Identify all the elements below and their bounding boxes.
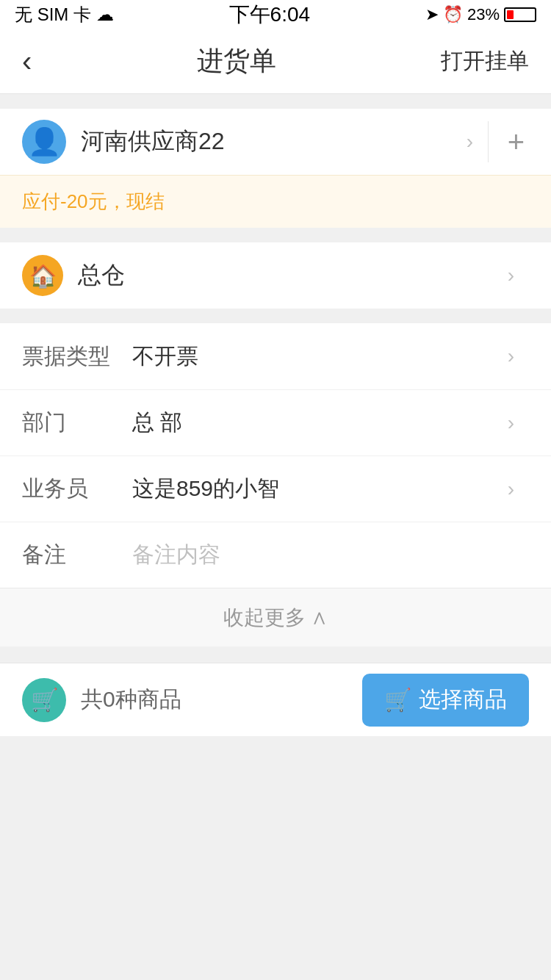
battery-icon [504, 7, 536, 22]
avatar-icon: 👤 [28, 126, 61, 157]
collapse-label: 收起更多 ∧ [223, 604, 328, 632]
mid-divider2 [0, 309, 551, 323]
supplier-avatar: 👤 [22, 120, 66, 164]
cart-icon: 🛒 [31, 687, 58, 713]
warehouse-icon-wrap: 🏠 [22, 255, 63, 296]
supplier-row[interactable]: 👤 河南供应商22 › + [0, 109, 551, 175]
supplier-name: 河南供应商22 [81, 126, 467, 158]
warehouse-chevron-icon: › [508, 264, 514, 287]
collapse-button[interactable]: 收起更多 ∧ [0, 588, 551, 646]
select-product-button[interactable]: 🛒 选择商品 [362, 674, 529, 727]
notice-text: 应付-20元，现结 [22, 190, 165, 212]
remark-input[interactable]: 备注内容 [125, 540, 529, 570]
supplier-section: 👤 河南供应商22 › + 应付-20元，现结 [0, 109, 551, 228]
bottom-divider [0, 646, 551, 661]
invoice-row[interactable]: 票据类型 不开票 › [0, 323, 551, 389]
status-left: 无 SIM 卡 ☁ [15, 3, 114, 26]
warehouse-row[interactable]: 🏠 总仓 › [0, 242, 551, 309]
remark-row[interactable]: 备注 备注内容 [0, 522, 551, 588]
remark-label: 备注 [22, 540, 125, 570]
dept-chevron-icon: › [508, 411, 514, 435]
mid-divider1 [0, 228, 551, 242]
page-background [0, 736, 551, 956]
sim-status: 无 SIM 卡 ☁ [15, 3, 114, 26]
invoice-chevron-icon: › [508, 345, 514, 368]
plus-icon: + [508, 126, 525, 159]
status-bar: 无 SIM 卡 ☁ 下午6:04 ➤ ⏰ 23% [0, 0, 551, 29]
product-count-icon-wrap: 🛒 [22, 678, 66, 722]
top-divider [0, 94, 551, 109]
bottom-action-bar: 🛒 共0种商品 🛒 选择商品 [0, 663, 551, 736]
invoice-label: 票据类型 [22, 342, 125, 372]
invoice-value: 不开票 [125, 342, 508, 372]
select-btn-label: 选择商品 [419, 685, 507, 715]
notice-bar: 应付-20元，现结 [0, 175, 551, 228]
dept-value: 总 部 [125, 408, 508, 438]
nav-bar: ‹ 进货单 打开挂单 [0, 29, 551, 94]
page-title: 进货单 [197, 43, 276, 79]
sales-label: 业务员 [22, 474, 125, 504]
form-section: 票据类型 不开票 › 部门 总 部 › 业务员 这是859的小智 › 备注 备注… [0, 323, 551, 646]
supplier-chevron-icon: › [467, 130, 473, 154]
battery-level: 23% [467, 5, 500, 24]
add-button[interactable]: + [488, 121, 529, 162]
back-button[interactable]: ‹ [22, 45, 32, 78]
warehouse-name: 总仓 [78, 259, 508, 292]
location-icon: ➤ [425, 5, 439, 24]
dept-label: 部门 [22, 408, 125, 438]
warehouse-icon: 🏠 [29, 263, 57, 289]
alarm-icon: ⏰ [443, 5, 463, 24]
sales-value: 这是859的小智 [125, 474, 508, 504]
warehouse-section: 🏠 总仓 › [0, 242, 551, 309]
status-right: ➤ ⏰ 23% [425, 5, 536, 24]
status-time: 下午6:04 [229, 1, 311, 29]
dept-row[interactable]: 部门 总 部 › [0, 389, 551, 455]
product-count-text: 共0种商品 [81, 685, 362, 715]
select-btn-icon: 🛒 [384, 687, 411, 713]
sales-row[interactable]: 业务员 这是859的小智 › [0, 455, 551, 522]
open-pending-button[interactable]: 打开挂单 [441, 46, 529, 76]
sales-chevron-icon: › [508, 478, 514, 501]
